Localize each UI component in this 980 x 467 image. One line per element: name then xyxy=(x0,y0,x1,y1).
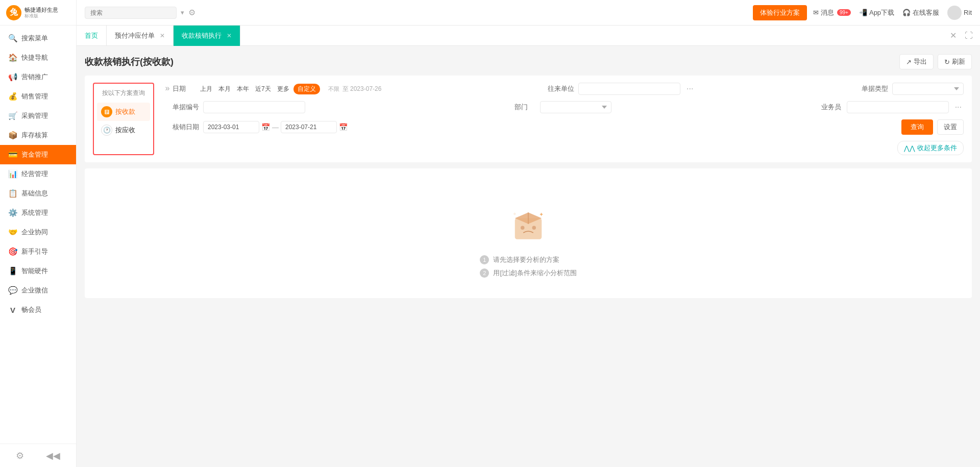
system-icon: ⚙️ xyxy=(8,208,17,217)
date-shortcuts: 上月 本月 本年 近7天 更多 自定义 xyxy=(198,84,320,94)
partner-more-icon[interactable]: ··· xyxy=(684,84,695,93)
svg-point-4 xyxy=(532,226,536,230)
chevron-down-icon[interactable]: ▾ xyxy=(181,9,184,16)
user-area[interactable]: Rit xyxy=(947,6,972,20)
purchase-icon: 🛒 xyxy=(8,111,17,120)
search-input[interactable] xyxy=(85,7,177,19)
member-icon: V xyxy=(8,306,17,314)
app-icon: 📲 xyxy=(859,9,867,16)
filter-row-1: 日期 上月 本月 本年 近7天 更多 自定义 不限 至 2023-07-26 xyxy=(173,83,964,95)
shortcut-this-year[interactable]: 本年 xyxy=(235,84,251,94)
message-badge: 99+ xyxy=(837,9,851,16)
date-range-display: 不限 至 2023-07-26 xyxy=(328,85,382,93)
sidebar-item-purchase[interactable]: 🛒 采购管理 xyxy=(0,106,76,126)
collapse-sidebar-icon[interactable]: ◀◀ xyxy=(46,450,60,461)
logo-text: 畅捷通好生意 标准版 xyxy=(24,6,58,19)
message-button[interactable]: ✉ 消息 99+ xyxy=(813,8,851,17)
partner-input[interactable] xyxy=(578,83,680,95)
sidebar-item-collab[interactable]: 🤝 企业协同 xyxy=(0,223,76,242)
page-actions: ↗ 导出 ↻ 刷新 xyxy=(899,54,972,69)
close-tab-icon[interactable]: ✕ xyxy=(948,29,959,42)
doc-no-field: 单据编号 xyxy=(173,101,305,113)
basics-icon: 📋 xyxy=(8,189,17,198)
tab-receipt-verify[interactable]: 收款核销执行 ✕ xyxy=(174,26,240,46)
dept-field: 部门 xyxy=(514,101,611,113)
filter-row-3: 核销日期 📅 — 📅 查询 设置 xyxy=(173,119,964,135)
verify-date-end-calendar-icon[interactable]: 📅 xyxy=(339,123,348,131)
collapse-panel-button[interactable]: » xyxy=(162,83,173,155)
sales-icon: 💰 xyxy=(8,92,17,101)
sidebar-item-quick-nav[interactable]: 🏠 快捷导航 xyxy=(0,48,76,67)
shortcut-custom[interactable]: 自定义 xyxy=(293,84,320,94)
sidebar-menu: 🔍 搜索菜单 🏠 快捷导航 📢 营销推广 💰 销售管理 🛒 采购管理 📦 库存核… xyxy=(0,26,76,444)
sidebar-item-hardware[interactable]: 📱 智能硬件 xyxy=(0,261,76,281)
collab-icon: 🤝 xyxy=(8,228,17,237)
no-limit-label: 不限 xyxy=(328,85,339,93)
tab-prepay[interactable]: 预付冲应付单 ✕ xyxy=(107,26,174,46)
tab-close-receipt-verify[interactable]: ✕ xyxy=(227,32,232,39)
industry-button[interactable]: 体验行业方案 xyxy=(753,5,807,20)
username-label: Rit xyxy=(964,9,972,16)
sidebar-item-member[interactable]: V 畅会员 xyxy=(0,300,76,319)
doc-no-input[interactable] xyxy=(203,101,305,113)
shortcut-7days[interactable]: 近7天 xyxy=(253,84,273,94)
partner-label: 往来单位 xyxy=(548,84,574,93)
sidebar-item-guide[interactable]: 🎯 新手引导 xyxy=(0,242,76,261)
sidebar-item-wechat[interactable]: 💬 企业微信 xyxy=(0,281,76,300)
sidebar-item-search[interactable]: 🔍 搜索菜单 xyxy=(0,29,76,48)
wechat-icon: 💬 xyxy=(8,286,17,295)
collapse-more-area: ⋀⋀ 收起更多条件 xyxy=(173,141,964,155)
settings-button[interactable]: 设置 xyxy=(937,119,964,135)
shortcut-more[interactable]: 更多 xyxy=(275,84,291,94)
verify-date-start-calendar-icon[interactable]: 📅 xyxy=(261,123,270,131)
query-button[interactable]: 查询 xyxy=(901,119,933,135)
verify-date-label: 核销日期 xyxy=(173,122,199,132)
sidebar-item-inventory[interactable]: 📦 库存核算 xyxy=(0,126,76,145)
sidebar-bottom: ⚙ ◀◀ xyxy=(0,444,76,467)
svg-text:✦: ✦ xyxy=(539,211,544,217)
tip-num-1: 1 xyxy=(480,255,489,264)
search-icon: 🔍 xyxy=(8,34,17,43)
verify-date-end-input[interactable] xyxy=(281,121,337,133)
tab-close-prepay[interactable]: ✕ xyxy=(160,32,165,39)
doc-type-label: 单据类型 xyxy=(862,84,888,93)
online-service-button[interactable]: 🎧 在线客服 xyxy=(902,8,939,17)
employee-more-icon[interactable]: ··· xyxy=(953,103,964,112)
collapse-more-button[interactable]: ⋀⋀ 收起更多条件 xyxy=(897,141,964,155)
topbar-search-area: ▾ ⚙ xyxy=(85,7,747,19)
finance-icon: 💳 xyxy=(8,150,17,159)
home-icon: 🏠 xyxy=(8,53,17,62)
employee-field: 业务员 ··· xyxy=(821,101,964,113)
refresh-button[interactable]: ↻ 刷新 xyxy=(938,54,972,69)
svg-text:✧: ✧ xyxy=(513,212,517,216)
page-header: 收款核销执行(按收款) ↗ 导出 ↻ 刷新 xyxy=(85,54,972,69)
shortcut-last-month[interactable]: 上月 xyxy=(198,84,214,94)
sidebar-item-finance[interactable]: 💳 资金管理 xyxy=(0,145,76,164)
sidebar-item-operations[interactable]: 📊 经营管理 xyxy=(0,164,76,184)
sidebar-item-system[interactable]: ⚙️ 系统管理 xyxy=(0,203,76,223)
filter-option-receivable[interactable]: 🕐 按应收 xyxy=(97,121,150,139)
date-to-display: 至 2023-07-26 xyxy=(342,85,382,93)
export-icon: ↗ xyxy=(906,58,912,66)
verify-date-range: 📅 — 📅 xyxy=(203,121,348,133)
shortcut-this-month[interactable]: 本月 xyxy=(216,84,233,94)
export-button[interactable]: ↗ 导出 xyxy=(899,54,934,69)
dept-select[interactable] xyxy=(540,101,611,113)
expand-icon[interactable]: ⛶ xyxy=(963,29,975,42)
gear-icon[interactable]: ⚙ xyxy=(188,8,195,17)
chevron-up-icon: ⋀⋀ xyxy=(904,144,915,152)
filter-option-receipt[interactable]: 按收款 xyxy=(97,103,150,121)
main-area: ▾ ⚙ 体验行业方案 ✉ 消息 99+ 📲 App下载 🎧 在线客服 Rit xyxy=(77,0,980,467)
topbar: ▾ ⚙ 体验行业方案 ✉ 消息 99+ 📲 App下载 🎧 在线客服 Rit xyxy=(77,0,980,26)
doc-type-select[interactable] xyxy=(892,83,964,95)
settings-bottom-icon[interactable]: ⚙ xyxy=(16,450,24,461)
sidebar-item-marketing[interactable]: 📢 营销推广 xyxy=(0,67,76,87)
app-download-button[interactable]: 📲 App下载 xyxy=(859,8,894,17)
employee-input[interactable] xyxy=(847,101,949,113)
sidebar-item-sales[interactable]: 💰 销售管理 xyxy=(0,87,76,106)
sidebar-item-basics[interactable]: 📋 基础信息 xyxy=(0,184,76,203)
logo: 兔 畅捷通好生意 标准版 xyxy=(0,0,76,26)
verify-date-start-input[interactable] xyxy=(203,121,259,133)
logo-icon: 兔 xyxy=(6,5,21,20)
tab-home[interactable]: 首页 xyxy=(77,26,107,46)
